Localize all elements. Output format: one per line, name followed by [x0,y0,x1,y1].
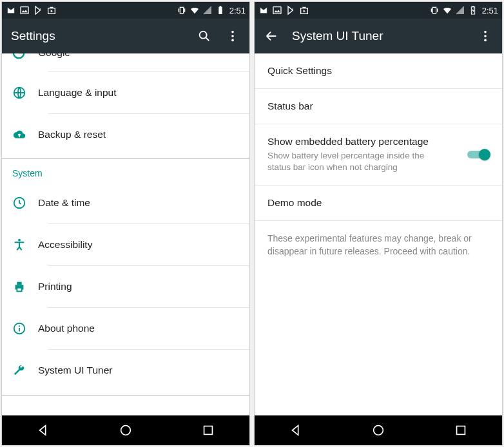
globe-icon [12,86,38,100]
overflow-menu-icon[interactable] [478,28,493,44]
page-title: System UI Tuner [292,29,383,43]
svg-rect-19 [204,426,213,435]
nav-home-icon[interactable] [117,422,134,439]
gmail-icon [6,5,16,15]
svg-point-27 [484,39,487,42]
row-battery-percentage[interactable]: Show embedded battery percentage Show ba… [255,124,502,185]
wrench-icon [12,363,38,377]
page-title: Settings [11,29,55,43]
svg-rect-15 [17,288,21,292]
playstore-icon [33,5,43,15]
settings-screen: 2:51 Settings Google Language & input Ba… [1,1,250,446]
svg-rect-4 [219,6,221,7]
svg-rect-20 [273,7,281,14]
nav-back-icon[interactable] [35,422,52,439]
settings-item-datetime[interactable]: Date & time [2,182,249,224]
clock-icon [12,196,38,210]
svg-rect-14 [17,282,21,285]
settings-item-google[interactable]: Google [2,53,249,71]
settings-item-label: About phone [38,323,239,334]
no-sim-icon [202,5,213,15]
toggle-switch[interactable] [467,148,489,161]
svg-point-12 [18,239,21,242]
battery-charging-icon [468,5,478,15]
ui-tuner-screen: 2:51 System UI Tuner Quick Settings Stat… [254,1,503,446]
svg-rect-0 [21,7,28,14]
row-title: Show embedded battery percentage [267,136,467,147]
warning-footnote: These experimental features may change, … [255,221,502,269]
row-status-bar[interactable]: Status bar [255,89,502,124]
svg-point-7 [231,35,234,37]
settings-item-label: Language & input [38,87,239,99]
gmail-icon [258,5,269,15]
svg-rect-29 [457,426,465,435]
svg-point-26 [484,35,487,37]
section-header-system: System [2,159,249,182]
clock-text: 2:51 [482,6,498,15]
settings-item-accessibility[interactable]: Accessibility [2,224,249,265]
svg-rect-24 [472,6,474,7]
svg-point-8 [231,39,234,42]
row-subtitle: Show battery level percentage inside the… [267,150,467,173]
row-quick-settings[interactable]: Quick Settings [255,53,502,89]
settings-item-label: Printing [38,281,239,292]
shop-icon [299,5,309,15]
vibrate-icon [177,5,187,15]
row-demo-mode[interactable]: Demo mode [255,185,502,221]
status-bar: 2:51 [255,2,502,19]
info-icon [12,321,38,336]
settings-list: Google Language & input Backup & reset S… [2,53,249,415]
row-title: Quick Settings [267,65,489,77]
settings-item-printing[interactable]: Printing [2,266,249,307]
svg-point-18 [121,426,131,435]
settings-item-label: System UI Tuner [38,365,239,376]
svg-rect-22 [432,7,436,13]
tuner-list: Quick Settings Status bar Show embedded … [255,53,502,415]
settings-item-label: Accessibility [38,239,239,251]
image-icon [272,5,282,15]
printer-icon [12,280,38,294]
svg-point-6 [231,31,234,33]
cloud-upload-icon [12,128,38,142]
svg-point-17 [19,325,20,327]
svg-rect-2 [180,7,183,13]
wifi-icon [442,5,452,15]
settings-item-label: Google [38,53,70,59]
nav-bar [2,415,249,445]
settings-item-language[interactable]: Language & input [2,72,249,113]
clock-text: 2:51 [229,6,246,15]
svg-point-9 [14,53,24,58]
status-bar: 2:51 [2,2,249,19]
wifi-icon [189,5,200,15]
settings-item-ui-tuner[interactable]: System UI Tuner [2,350,249,391]
nav-back-icon[interactable] [287,422,304,439]
no-sim-icon [455,5,465,15]
nav-recent-icon[interactable] [200,422,217,439]
shop-icon [46,5,57,15]
accessibility-icon [12,238,38,252]
settings-item-label: Date & time [38,197,239,209]
app-bar: System UI Tuner [255,19,502,53]
svg-point-28 [374,426,383,435]
overflow-menu-icon[interactable] [225,28,240,44]
back-arrow-icon[interactable] [264,28,279,44]
image-icon [19,5,30,15]
row-title: Demo mode [267,197,489,209]
playstore-icon [286,5,296,15]
svg-rect-3 [218,7,222,14]
settings-item-backup[interactable]: Backup & reset [2,114,249,155]
nav-recent-icon[interactable] [452,422,469,439]
svg-point-25 [484,31,487,33]
settings-item-label: Backup & reset [38,129,239,140]
search-icon[interactable] [197,28,212,44]
settings-item-about[interactable]: About phone [2,308,249,349]
nav-home-icon[interactable] [370,422,387,439]
svg-point-5 [200,32,207,39]
nav-bar [255,415,502,445]
app-bar: Settings [2,19,249,53]
vibrate-icon [429,5,440,15]
battery-icon [215,5,226,15]
row-title: Status bar [267,100,489,112]
